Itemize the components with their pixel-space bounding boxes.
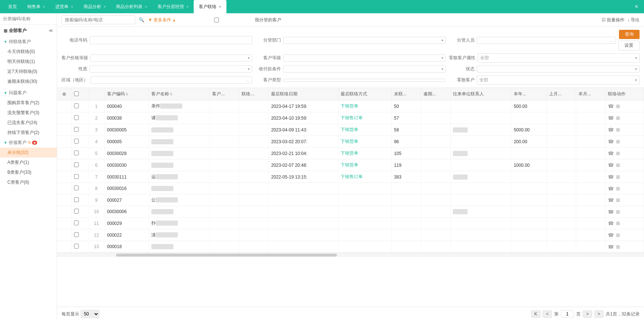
contact-method-link[interactable]: 下销货单 [341, 162, 358, 167]
search-button[interactable]: 🔍 [139, 17, 144, 22]
prev-page-btn[interactable]: < [543, 310, 552, 318]
row-checkbox[interactable] [74, 127, 79, 132]
batch-op-button[interactable]: ☑ 批量操作 [602, 17, 624, 23]
zero-customer-select[interactable]: 全部 ▾ [477, 75, 640, 85]
sidebar-item-week-pending[interactable]: 近7天待联络(0) [0, 67, 57, 77]
close-sales-tab[interactable]: × [43, 4, 45, 9]
row-checkbox[interactable] [74, 115, 79, 120]
sidebar-item-tomorrow-pending[interactable]: 明天待联络(1) [0, 57, 57, 67]
contact-method-link[interactable]: 下销货单 [341, 127, 358, 132]
row-checkbox[interactable] [74, 174, 79, 179]
region-select[interactable]: … [90, 77, 252, 84]
scrollbar-thumb[interactable] [116, 254, 337, 257]
phone-action-icon[interactable]: ☎ [608, 103, 614, 109]
close-goods-analysis-tab[interactable]: × [103, 4, 106, 9]
phone-action-icon[interactable]: ☎ [608, 232, 614, 238]
sidebar-item-class-c[interactable]: C类客户(6) [0, 177, 57, 187]
settings-column-header[interactable]: ⚙ [57, 88, 72, 100]
per-page-dropdown[interactable]: 50 100 200 [81, 310, 99, 318]
zero-attr-select[interactable]: 全部 ▾ [478, 53, 640, 63]
contact-method-link[interactable]: 下销货单 [341, 151, 358, 156]
phone-action-icon[interactable]: ☎ [608, 127, 614, 133]
next-page-btn[interactable]: > [583, 310, 592, 318]
dept-select[interactable]: ▾ [283, 37, 446, 44]
phone-action-icon[interactable]: ☎ [608, 221, 614, 226]
phone-action-icon[interactable]: ☎ [608, 151, 614, 156]
phone-action-icon[interactable]: ☎ [608, 209, 614, 215]
tab-home[interactable]: 首页 [3, 0, 22, 13]
sidebar-item-churn-warning[interactable]: 流失预警客户(3) [0, 108, 57, 118]
sidebar-item-ungrouped[interactable]: 未分组(32) [0, 148, 57, 158]
phone-action-icon[interactable]: ☎ [608, 162, 614, 168]
row-checkbox[interactable] [74, 186, 79, 190]
name-column-header[interactable]: 客户名称⇅ [149, 88, 210, 100]
phone-input[interactable] [89, 36, 252, 44]
my-customers-check[interactable] [180, 18, 253, 22]
grid-action-icon[interactable]: ⊞ [616, 127, 620, 133]
phone-action-icon[interactable]: ☎ [608, 174, 614, 180]
payment-select[interactable]: ▾ [283, 66, 446, 73]
grid-action-icon[interactable]: ⊞ [616, 209, 620, 215]
grid-action-icon[interactable]: ⊞ [616, 151, 620, 156]
phone-action-icon[interactable]: ☎ [608, 197, 614, 203]
grid-action-icon[interactable]: ⊞ [616, 232, 620, 238]
select-all-checkbox[interactable] [74, 91, 79, 96]
last-page-btn[interactable]: > [594, 310, 603, 318]
sidebar-item-class-a[interactable]: A类客户(1) [0, 158, 57, 167]
grid-action-icon[interactable]: ⊞ [616, 174, 620, 180]
close-purchase-tab[interactable]: × [71, 4, 73, 9]
close-customer-tier-tab[interactable]: × [186, 4, 189, 9]
row-checkbox[interactable] [74, 103, 79, 108]
sidebar-item-churned[interactable]: 已流失客户(24) [0, 118, 57, 128]
more-conditions-button[interactable]: ▼ 更多条件 ▲ [148, 17, 176, 23]
row-checkbox[interactable] [74, 209, 79, 214]
grid-action-icon[interactable]: ⊞ [616, 103, 620, 109]
customer-type-select[interactable] [283, 79, 446, 82]
query-button[interactable]: 查询 [619, 30, 640, 39]
row-checkbox[interactable] [74, 162, 79, 167]
row-checkbox[interactable] [74, 221, 79, 225]
sidebar-item-overdue-pending[interactable]: 逾期未联络(30) [0, 77, 57, 87]
person-select[interactable]: … [477, 37, 616, 44]
contact-method-link[interactable]: 下销售订单 [341, 174, 363, 179]
tab-sales[interactable]: 销售单 × [22, 0, 50, 13]
grid-action-icon[interactable]: ⊞ [616, 197, 620, 203]
export-button[interactable]: ↓ 导出 [627, 17, 640, 23]
row-checkbox[interactable] [74, 139, 79, 144]
contact-method-link[interactable]: 下销售订单 [341, 115, 363, 120]
close-customer-contact-tab[interactable]: × [219, 4, 221, 9]
phone-action-icon[interactable]: ☎ [608, 139, 614, 144]
nature-select[interactable]: ▾ [89, 66, 252, 73]
row-checkbox[interactable] [74, 244, 79, 248]
grid-action-icon[interactable]: ⊞ [616, 186, 620, 191]
phone-action-icon[interactable]: ☎ [608, 186, 614, 191]
tab-customer-contact[interactable]: 客户联络 × [194, 0, 226, 13]
horizontal-scrollbar[interactable] [57, 253, 644, 257]
page-number-input[interactable] [561, 310, 574, 318]
tab-goods-analysis[interactable]: 商品分析 × [78, 0, 111, 13]
row-checkbox[interactable] [74, 151, 79, 155]
tab-purchase[interactable]: 进货单 × [50, 0, 78, 13]
sidebar-item-abnormal[interactable]: 囤购异常客户(2) [0, 98, 57, 108]
all-customers-header[interactable]: ⊞ 全部客户 ≪ [0, 25, 57, 37]
contact-method-link[interactable]: 下销货单 [341, 103, 358, 109]
first-page-btn[interactable]: K [531, 310, 541, 318]
grid-action-icon[interactable]: ⊞ [616, 139, 620, 144]
price-level-select[interactable]: ▾ [90, 54, 252, 61]
sidebar-item-declining[interactable]: 持续下滑客户(2) [0, 128, 57, 138]
tab-customer-tier[interactable]: 客户分层经营 × [152, 0, 194, 13]
grid-action-icon[interactable]: ⊞ [616, 244, 620, 250]
row-checkbox[interactable] [74, 232, 79, 237]
status-select[interactable]: ▾ [477, 66, 640, 73]
grid-action-icon[interactable]: ⊞ [616, 115, 620, 121]
grid-action-icon[interactable]: ⊞ [616, 162, 620, 168]
sidebar-item-class-b[interactable]: B类客户(33) [0, 167, 57, 177]
contact-method-link[interactable]: 下销货单 [341, 139, 358, 144]
grid-action-icon[interactable]: ⊞ [616, 221, 620, 226]
phone-action-icon[interactable]: ☎ [608, 115, 614, 121]
tab-goods-analysis-list[interactable]: 商品分析列表 × [111, 0, 152, 13]
close-goods-analysis-list-tab[interactable]: × [145, 4, 147, 9]
phone-action-icon[interactable]: ☎ [608, 244, 614, 250]
my-customers-checkbox[interactable]: 我分管的客户 [180, 17, 281, 23]
customer-level-select[interactable]: ▾ [283, 54, 446, 61]
